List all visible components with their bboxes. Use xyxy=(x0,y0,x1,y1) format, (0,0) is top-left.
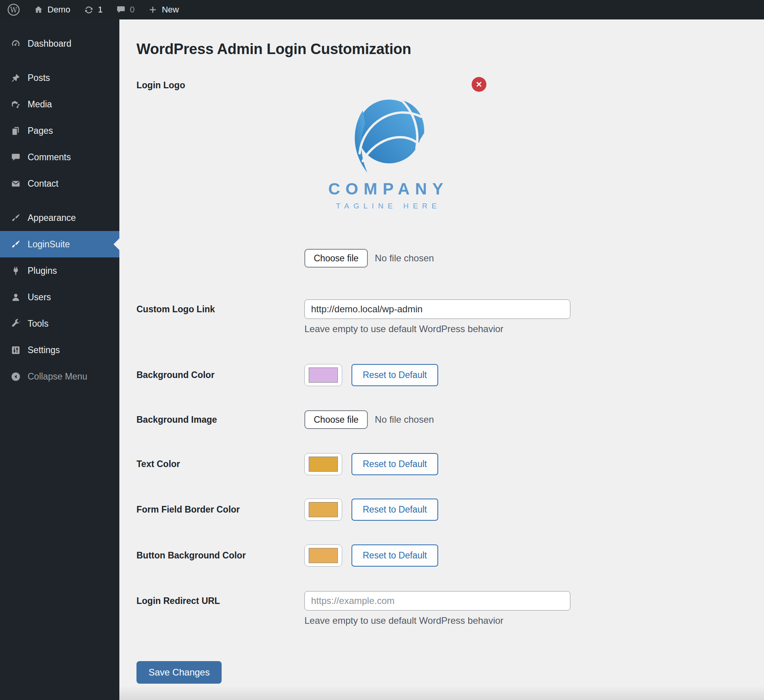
form-field-border-color-reset-button[interactable]: Reset to Default xyxy=(351,499,438,521)
sidebar-item-settings[interactable]: Settings xyxy=(0,337,119,363)
button-background-color-control: Reset to Default xyxy=(304,544,741,567)
user-icon xyxy=(10,292,21,303)
dashboard-icon xyxy=(10,38,21,49)
sidebar-item-contact[interactable]: Contact xyxy=(0,170,119,197)
login-logo-preview: COMPANY TAGLINE HERE xyxy=(304,96,468,217)
sidebar-item-comments[interactable]: Comments xyxy=(0,144,119,170)
comments-menu[interactable]: 0 xyxy=(109,0,141,19)
background-image-label: Background Image xyxy=(136,410,304,429)
background-image-choose-file-button[interactable]: Choose file xyxy=(304,410,368,429)
envelope-icon xyxy=(10,178,21,189)
remove-logo-button[interactable]: ✕ xyxy=(472,77,486,92)
settings-icon xyxy=(10,345,21,355)
sidebar-item-label: Posts xyxy=(28,73,50,83)
button-background-color-swatch[interactable] xyxy=(304,544,342,567)
wordpress-logo-icon: W xyxy=(7,3,20,16)
sidebar-item-label: LoginSuite xyxy=(28,239,70,250)
field-row-background-image: Background Image Choose file No file cho… xyxy=(136,410,741,429)
comment-bubble-icon xyxy=(116,5,126,15)
button-background-color-reset-button[interactable]: Reset to Default xyxy=(351,544,438,567)
text-color-reset-button[interactable]: Reset to Default xyxy=(351,453,438,475)
sidebar-item-label: Appearance xyxy=(28,213,76,223)
custom-logo-link-control: Leave empty to use default WordPress beh… xyxy=(304,299,741,334)
admin-bar: W Demo 1 0 xyxy=(0,0,764,19)
sidebar-item-label: Users xyxy=(28,292,51,303)
button-background-color-label: Button Background Color xyxy=(136,544,304,567)
comments-count: 0 xyxy=(130,5,135,15)
sidebar-item-label: Settings xyxy=(28,345,60,355)
collapse-menu-button[interactable]: Collapse Menu xyxy=(0,363,119,390)
logo-sphere-graphic xyxy=(355,100,425,173)
sidebar-item-media[interactable]: Media xyxy=(0,91,119,117)
field-row-login-logo: Login Logo ✕ xyxy=(136,80,741,268)
background-image-file-status: No file chosen xyxy=(375,414,434,425)
site-name: Demo xyxy=(47,5,70,15)
update-icon xyxy=(84,5,94,15)
text-color-control: Reset to Default xyxy=(304,453,741,475)
background-color-swatch[interactable] xyxy=(304,364,342,386)
paintbrush-icon xyxy=(10,213,21,223)
comments-icon xyxy=(10,152,21,163)
login-redirect-url-label: Login Redirect URL xyxy=(136,591,304,611)
custom-logo-link-help: Leave empty to use default WordPress beh… xyxy=(304,324,741,334)
form-field-border-color-control: Reset to Default xyxy=(304,499,741,521)
updates-count: 1 xyxy=(98,5,103,15)
form-field-border-color-label: Form Field Border Color xyxy=(136,499,304,521)
sidebar-item-tools[interactable]: Tools xyxy=(0,310,119,337)
logo-file-input: Choose file No file chosen xyxy=(304,249,741,268)
sidebar-item-label: Dashboard xyxy=(28,38,72,49)
custom-logo-link-input[interactable] xyxy=(304,299,570,319)
paintbrush-icon xyxy=(10,239,21,250)
background-image-control: Choose file No file chosen xyxy=(304,410,741,429)
site-menu[interactable]: Demo xyxy=(27,0,77,19)
wordpress-logo-menu[interactable]: W xyxy=(5,0,27,19)
login-logo-control: ✕ xyxy=(304,80,741,268)
sidebar-item-appearance[interactable]: Appearance xyxy=(0,205,119,231)
form-field-border-color-value xyxy=(309,502,338,517)
settings-page: WordPress Admin Login Customization Logi… xyxy=(119,19,764,700)
logo-company-text: COMPANY xyxy=(328,180,449,198)
sidebar-item-loginsuite[interactable]: LoginSuite xyxy=(0,231,119,257)
sidebar-item-dashboard[interactable]: Dashboard xyxy=(0,30,119,57)
collapse-menu-label: Collapse Menu xyxy=(28,371,87,382)
pages-icon xyxy=(10,126,21,136)
sidebar-item-posts[interactable]: Posts xyxy=(0,65,119,91)
field-row-login-redirect-url: Login Redirect URL Leave empty to use de… xyxy=(136,591,741,626)
home-icon xyxy=(33,5,44,15)
save-changes-button[interactable]: Save Changes xyxy=(136,661,222,684)
background-color-reset-button[interactable]: Reset to Default xyxy=(351,364,438,386)
field-row-background-color: Background Color Reset to Default xyxy=(136,364,741,386)
svg-text:W: W xyxy=(10,6,17,14)
sidebar-item-label: Contact xyxy=(28,178,58,189)
sidebar-item-label: Pages xyxy=(28,126,53,136)
updates-menu[interactable]: 1 xyxy=(77,0,109,19)
form-field-border-color-swatch[interactable] xyxy=(304,499,342,521)
login-redirect-url-input[interactable] xyxy=(304,591,570,611)
text-color-label: Text Color xyxy=(136,453,304,475)
button-background-color-value xyxy=(309,548,338,563)
sidebar-item-label: Tools xyxy=(28,318,49,329)
field-row-text-color: Text Color Reset to Default xyxy=(136,453,741,475)
logo-choose-file-button[interactable]: Choose file xyxy=(304,249,368,268)
media-icon xyxy=(10,99,21,110)
text-color-swatch[interactable] xyxy=(304,453,342,475)
close-icon: ✕ xyxy=(476,80,483,89)
background-color-value xyxy=(309,368,338,383)
login-logo-label: Login Logo xyxy=(136,80,304,91)
text-color-value xyxy=(309,457,338,472)
page-title: WordPress Admin Login Customization xyxy=(136,19,741,58)
new-content-menu[interactable]: New xyxy=(141,0,185,19)
sidebar-item-users[interactable]: Users xyxy=(0,284,119,310)
logo-file-status: No file chosen xyxy=(375,253,434,264)
pushpin-icon xyxy=(10,73,21,83)
sidebar-item-plugins[interactable]: Plugins xyxy=(0,257,119,284)
sidebar-item-pages[interactable]: Pages xyxy=(0,117,119,144)
field-row-button-background-color: Button Background Color Reset to Default xyxy=(136,544,741,567)
plugin-icon xyxy=(10,266,21,276)
background-color-label: Background Color xyxy=(136,364,304,386)
wrench-icon xyxy=(10,318,21,329)
login-redirect-url-control: Leave empty to use default WordPress beh… xyxy=(304,591,741,626)
logo-tagline-text: TAGLINE HERE xyxy=(336,202,441,210)
sidebar-item-label: Plugins xyxy=(28,266,57,276)
custom-logo-link-label: Custom Logo Link xyxy=(136,299,304,319)
